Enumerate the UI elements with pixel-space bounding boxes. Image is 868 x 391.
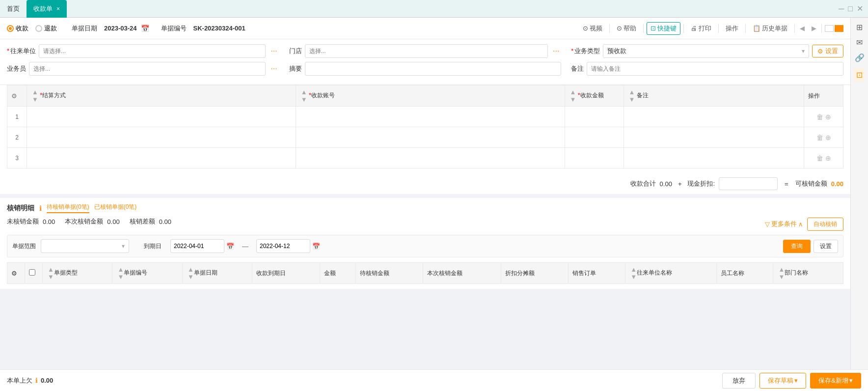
col-op: 操作: [804, 85, 843, 107]
section-divider: [0, 194, 850, 198]
query-btn[interactable]: 查询: [783, 240, 811, 253]
col-sales-order: 销售订单: [569, 263, 625, 284]
col-counterpart: ▲▼往来单位名称: [625, 263, 716, 284]
discount-input[interactable]: [719, 177, 778, 190]
video-icon: ⊙: [583, 25, 588, 32]
help-btn[interactable]: ⊙ 帮助: [613, 22, 640, 35]
summary-input[interactable]: [305, 62, 562, 76]
date-to-icon[interactable]: 📅: [312, 243, 320, 250]
row-1-settlement[interactable]: [27, 107, 296, 127]
uncleared-label: 未核销金额: [7, 217, 39, 226]
recon-tab-pending[interactable]: 待核销单据(0笔): [47, 203, 89, 213]
radio-refund-circle: [35, 25, 42, 32]
footer-right: 放弃 保存草稿 ▾ 保存&新增 ▾: [722, 373, 861, 389]
tab-receipt[interactable]: 收款单 ×: [27, 0, 67, 18]
sidebar-capture-icon[interactable]: ⊡: [854, 68, 865, 82]
discard-btn[interactable]: 放弃: [722, 373, 756, 389]
shortcut-icon: ⊡: [651, 25, 656, 32]
right-sidebar: ⊞ ✉ 🔗 ⊡: [850, 18, 868, 391]
recon-info-icon[interactable]: ℹ: [39, 204, 42, 212]
nav-next-icon[interactable]: ▶: [810, 25, 818, 32]
window-close-icon[interactable]: ✕: [857, 4, 863, 13]
row-2-settlement[interactable]: [27, 127, 296, 148]
form-type-group: 收款 退款: [7, 24, 57, 33]
print-btn[interactable]: 🖨 打印: [687, 22, 715, 35]
counterpart-input[interactable]: [39, 44, 266, 58]
auto-recon-btn[interactable]: 自动核销: [807, 218, 843, 231]
row-2-remark[interactable]: [624, 127, 804, 148]
sidebar-table-icon[interactable]: ⊞: [856, 23, 863, 32]
bottom-table-settings-icon[interactable]: ⚙: [11, 270, 17, 277]
operation-btn[interactable]: 操作: [722, 22, 742, 35]
video-btn[interactable]: ⊙ 视频: [579, 22, 606, 35]
row-num-1: 1: [7, 107, 27, 127]
row-3-copy-icon[interactable]: ⊕: [825, 154, 831, 162]
row-2-delete-icon[interactable]: 🗑: [816, 134, 823, 141]
nav-prev-icon[interactable]: ◀: [798, 25, 807, 32]
sidebar-email-icon[interactable]: ✉: [856, 38, 863, 47]
recon-settings-btn[interactable]: 设置: [814, 240, 838, 253]
row-1-remark[interactable]: [624, 107, 804, 127]
date-from-icon[interactable]: 📅: [226, 243, 234, 250]
col-amount: ▲▼ *收款金额: [565, 85, 624, 107]
col-dept: ▲▼部门名称: [773, 263, 843, 284]
date-calendar-icon[interactable]: 📅: [141, 25, 149, 32]
settings-gear-icon: ⚙: [817, 48, 823, 55]
shop-more-btn[interactable]: ···: [551, 47, 561, 56]
shortcut-btn[interactable]: ⊡ 快捷键: [647, 22, 680, 35]
summary-label: 摘要: [289, 64, 302, 73]
col-remark: ▲▼ 备注: [624, 85, 804, 107]
radio-refund[interactable]: 退款: [35, 24, 57, 33]
layout-list-icon[interactable]: [825, 25, 834, 32]
col-discount: 折扣分摊额: [501, 263, 568, 284]
remark-input[interactable]: [587, 62, 843, 76]
range-select[interactable]: ▾: [41, 239, 129, 253]
row-2-amount[interactable]: [565, 127, 624, 148]
top-toolbar: 收款 退款 单据日期 2023-03-24 📅 单据编号 SK-20230324…: [0, 18, 850, 39]
this-clear-label: 本次核销金额: [65, 217, 103, 226]
col-pending-recon: 待核销金额: [355, 263, 423, 284]
recon-tab-done[interactable]: 已核销单据(0笔): [94, 203, 137, 213]
col-employee: 员工名称: [716, 263, 773, 284]
form-area: *往来单位 ··· 门店 ··· *业务类型 预收款 ▾ ⚙ 设置: [0, 39, 850, 85]
sidebar-attachment-icon[interactable]: 🔗: [855, 53, 865, 62]
select-all-checkbox[interactable]: [29, 269, 35, 276]
radio-receipt[interactable]: 收款: [7, 24, 28, 33]
salesman-more-btn[interactable]: ···: [269, 64, 279, 73]
due-label: 到期日: [144, 242, 162, 251]
row-1-copy-icon[interactable]: ⊕: [825, 113, 831, 121]
more-filter-btn[interactable]: ▽ 更多条件 ∧: [765, 220, 803, 228]
window-minimize-icon[interactable]: ─: [839, 4, 844, 13]
date-from-wrap: 📅: [170, 239, 234, 253]
settings-btn[interactable]: ⚙ 设置: [812, 45, 843, 57]
history-icon: 📋: [753, 25, 760, 32]
row-2-account[interactable]: [296, 127, 565, 148]
row-2-copy-icon[interactable]: ⊕: [825, 134, 831, 141]
tab-home[interactable]: 首页: [0, 0, 27, 18]
salesman-input[interactable]: [29, 62, 266, 76]
row-3-delete-icon[interactable]: 🗑: [816, 154, 823, 162]
col-settlement: ▲▼ *结算方式: [27, 85, 296, 107]
row-3-settlement[interactable]: [27, 148, 296, 168]
history-btn[interactable]: 📋 历史单据: [749, 22, 791, 35]
row-1-delete-icon[interactable]: 🗑: [816, 113, 823, 121]
row-1-amount[interactable]: [565, 107, 624, 127]
this-clear-value: 0.00: [107, 218, 119, 225]
row-3-remark[interactable]: [624, 148, 804, 168]
table-settings-icon[interactable]: ⚙: [11, 92, 17, 100]
date-from-input[interactable]: [170, 239, 224, 253]
counterpart-field: *往来单位 ···: [7, 44, 279, 58]
date-to-input[interactable]: [256, 239, 310, 253]
row-3-amount[interactable]: [565, 148, 624, 168]
layout-grid-icon[interactable]: [835, 25, 843, 32]
remark-field: 备注: [571, 62, 843, 76]
save-draft-btn[interactable]: 保存草稿 ▾: [760, 373, 806, 389]
save-new-btn[interactable]: 保存&新增 ▾: [810, 373, 861, 389]
biz-type-select[interactable]: 预收款 ▾: [603, 44, 809, 58]
row-1-account[interactable]: [296, 107, 565, 127]
shop-input[interactable]: [305, 44, 548, 58]
window-maximize-icon[interactable]: □: [848, 4, 853, 13]
tab-close-icon[interactable]: ×: [56, 5, 60, 12]
row-3-account[interactable]: [296, 148, 565, 168]
counterpart-more-btn[interactable]: ···: [269, 47, 279, 56]
